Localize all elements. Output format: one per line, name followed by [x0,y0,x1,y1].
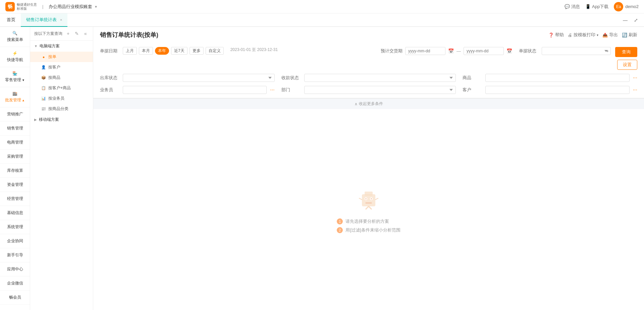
sidebar-item-basic-info[interactable]: 基础信息 [0,206,30,220]
date-btn-last-month[interactable]: 上月 [123,47,137,55]
collapse-bar[interactable]: ∧ 收起更多条件 [93,98,644,109]
app-download-btn[interactable]: 📱 App下载 [585,4,608,10]
sidebar-item-enterprise[interactable]: 企业协同 [0,234,30,248]
date-btn-custom[interactable]: 自定义 [206,47,224,55]
scheme-item-by-goods-label: 按商品 [48,75,60,81]
salesperson-more-icon[interactable]: ··· [270,87,274,93]
scheme-collapse-btn[interactable]: « [82,30,89,37]
sidebar: 🔍 搜索菜单 ⚡ 快捷导航 🏪 零售管理 ▼ 🏬 批发管理 ▲ 营销推广 销售管… [0,27,30,310]
scheme-panel-actions: + ✎ « [65,30,89,37]
scheme-item-by-salesperson[interactable]: 📊 按业务员 [30,93,93,104]
help-btn[interactable]: ❓ 帮助 [548,32,564,38]
sidebar-item-ecommerce[interactable]: 电商管理 [0,136,30,150]
tab-maximize-btn[interactable]: ⤢ [632,16,640,24]
scheme-group-mobile-label: 移动端方案 [39,117,59,122]
scheme-group-pc-header[interactable]: ▼ 电脑端方案 [30,41,93,52]
refresh-icon: 🔄 [622,33,627,38]
svg-rect-6 [365,202,372,204]
refresh-btn[interactable]: 🔄 刷新 [622,32,637,38]
query-btn[interactable]: 查询 [615,47,637,57]
expected-date-start[interactable] [405,47,445,55]
doc-status-select[interactable] [542,47,611,55]
tab-close-icon[interactable]: × [60,18,62,22]
help-icon: ❓ [548,33,554,38]
cal-end-icon[interactable]: 📅 [506,48,512,54]
svg-point-5 [371,198,372,199]
tab-sales-label: 销售订单统计表 [26,17,57,23]
main-panel: 销售订单统计表(按单) ❓ 帮助 🖨 按模板打印 ▾ 📤 [93,27,644,310]
scheme-group-mobile: ▶ 移动端方案 [30,114,93,125]
scheme-panel-title: 按以下方案查询 [34,31,62,37]
sidebar-item-newbie[interactable]: 新手引导 [0,248,30,262]
scheme-item-by-order[interactable]: ● 按单 [30,52,93,62]
tab-sales-order-stats[interactable]: 销售订单统计表 × [21,13,67,27]
customer-input[interactable] [485,86,629,94]
scheme-item-by-goods-category[interactable]: 📰 按商品分类 [30,104,93,114]
scheme-item-by-goods[interactable]: 📦 按商品 [30,72,93,83]
export-btn[interactable]: 📤 导出 [602,32,618,38]
customer-more-icon[interactable]: ··· [633,87,637,93]
page-title-row: 销售订单统计表(按单) ❓ 帮助 🖨 按模板打印 ▾ 📤 [100,31,637,39]
sidebar-item-system[interactable]: 系统管理 [0,220,30,234]
svg-line-10 [375,198,378,200]
scheme-item-by-customer[interactable]: 👤 按客户 [30,62,93,72]
tip-num-1: 1 [337,218,343,224]
sidebar-item-wholesale[interactable]: 🏬 批发管理 ▲ [0,87,30,107]
print-icon: 🖨 [568,33,572,38]
sidebar-item-search-menu[interactable]: 🔍 搜索菜单 [0,27,30,47]
goods-label: 商品 [463,75,483,81]
scheme-group-mobile-header[interactable]: ▶ 移动端方案 [30,114,93,125]
delivery-status-label: 出库状态 [100,75,120,81]
expected-date-end[interactable] [464,47,504,55]
scheme-edit-btn[interactable]: ✎ [73,30,80,37]
message-icon: 💬 [565,4,570,9]
settings-btn[interactable]: 设置 [617,60,637,70]
tab-home[interactable]: 首页 [1,13,21,27]
date-btn-more[interactable]: 更多 [190,47,204,55]
sidebar-item-sales[interactable]: 销售管理 [0,121,30,136]
payment-status-select[interactable] [304,74,456,82]
scheme-group-pc: ▼ 电脑端方案 ● 按单 👤 按客户 📦 按商品 📋 按客户+商品 [30,41,93,114]
date-btn-7days[interactable]: 近7天 [171,47,187,55]
collapse-arrow-icon: ∧ [355,102,358,106]
sidebar-item-operation[interactable]: 经营管理 [0,192,30,206]
sidebar-item-members[interactable]: 畅会员 [0,291,30,305]
goods-input[interactable] [485,74,629,82]
sidebar-item-quick-nav[interactable]: ⚡ 快捷导航 [0,47,30,67]
filter-area: 单据日期 上月 本月 本年 近7天 更多 自定义 2023-01-01 至 20… [93,43,644,98]
scheme-item-by-customer-goods[interactable]: 📋 按客户+商品 [30,83,93,93]
app-download-icon: 📱 [585,4,591,9]
date-range-text: 2023-01-01 至 2023-12-31 [230,47,278,53]
export-icon: 📤 [602,33,608,38]
scheme-add-btn[interactable]: + [65,30,71,37]
goods-more-icon[interactable]: ··· [633,75,637,81]
sidebar-item-marketing[interactable]: 营销推广 [0,107,30,121]
sidebar-item-retail[interactable]: 🏪 零售管理 ▼ [0,67,30,87]
department-select[interactable] [304,86,456,94]
tab-minimize-btn[interactable]: — [621,16,629,24]
date-btn-this-year[interactable]: 本年 [155,47,169,55]
salesperson-icon: 📊 [41,96,46,101]
collapse-label: 收起更多条件 [359,101,383,107]
app-title: 办公用品行业模拟账套 [49,4,92,10]
page-header-actions: ❓ 帮助 🖨 按模板打印 ▾ 📤 导出 🔄 [548,32,637,38]
date-btn-this-month[interactable]: 本月 [139,47,153,55]
sidebar-item-enterprise-wechat[interactable]: 企业微信 [0,276,30,291]
user-area[interactable]: Ea demo2 [614,2,639,11]
sidebar-item-app-center[interactable]: 应用中心 [0,262,30,276]
empty-tips: 1 请先选择要分析的方案 2 用[过滤]条件来缩小分析范围 [337,218,400,233]
template-print-btn[interactable]: 🖨 按模板打印 ▾ [568,32,598,38]
sidebar-item-finance[interactable]: 资金管理 [0,178,30,192]
quick-nav-icon: ⚡ [12,51,17,56]
tab-bar: 首页 销售订单统计表 × — ⤢ [0,13,644,27]
cal-start-icon[interactable]: 📅 [448,48,454,54]
delivery-status-select[interactable] [123,74,275,82]
chevron-right-icon: ▶ [34,118,37,121]
message-btn[interactable]: 💬 消息 [565,4,580,10]
page-header: 销售订单统计表(按单) ❓ 帮助 🖨 按模板打印 ▾ 📤 [93,27,644,43]
sidebar-item-inventory[interactable]: 库存核算 [0,164,30,178]
dropdown-arrow-icon[interactable]: ▾ [95,4,97,9]
top-bar: 畅 畅捷通好生意 标准版 | 办公用品行业模拟账套 ▾ 💬 消息 📱 App下载… [0,0,644,13]
sidebar-item-purchase[interactable]: 采购管理 [0,150,30,164]
salesperson-input[interactable] [123,86,267,94]
